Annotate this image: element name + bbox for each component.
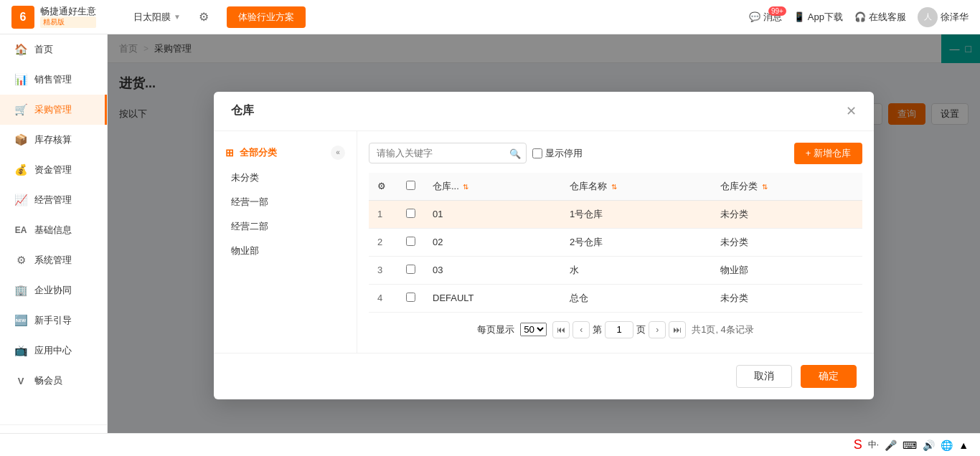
- sidebar-item-member[interactable]: V 畅会员: [0, 366, 107, 396]
- row-num: 3: [369, 256, 397, 284]
- row-num: 2: [369, 228, 397, 256]
- keyboard-icon[interactable]: ⌨: [903, 440, 917, 451]
- row-category: 未分类: [712, 228, 862, 256]
- page-suffix: 页: [636, 323, 646, 336]
- header-settings-btn[interactable]: ⚙: [192, 6, 215, 29]
- row-checkbox[interactable]: [397, 256, 424, 284]
- row-checkbox[interactable]: [397, 228, 424, 256]
- sidebar-item-guide[interactable]: 🆕 新手引导: [0, 305, 107, 336]
- per-page-select[interactable]: 50: [520, 323, 547, 336]
- sougou-icon: S: [854, 437, 862, 452]
- category-header[interactable]: ⊞ 全部分类 «: [214, 140, 357, 166]
- th-category-label: 仓库分类: [720, 181, 758, 191]
- category-item-0[interactable]: 未分类: [214, 166, 357, 190]
- page-total: 共1页, 4条记录: [692, 323, 754, 336]
- sidebar-item-apps[interactable]: 📺 应用中心: [0, 336, 107, 366]
- modal-close-btn[interactable]: ✕: [846, 103, 857, 119]
- row-name: 水: [561, 256, 712, 284]
- sidebar-item-purchase[interactable]: 🛒 采购管理: [0, 95, 107, 125]
- category-item-3[interactable]: 物业部: [214, 239, 357, 263]
- page-prev-btn[interactable]: ‹: [573, 321, 590, 338]
- service-label: 在线客服: [869, 11, 906, 24]
- page-input[interactable]: [605, 321, 633, 338]
- th-settings: ⚙: [369, 173, 397, 201]
- finance-icon: 💰: [14, 163, 27, 176]
- row-checkbox[interactable]: [397, 284, 424, 312]
- row-num: 4: [369, 284, 397, 312]
- headset-icon: 🎧: [854, 11, 866, 22]
- taskbar-icon1[interactable]: 🔊: [923, 440, 935, 451]
- modal-main: 🔍 显示停用 + 新增仓库: [357, 131, 874, 353]
- sidebar: 🏠 首页 📊 销售管理 🛒 采购管理 📦 库存核算 💰 资金管理 📈 经营管理 …: [0, 34, 108, 456]
- sidebar-item-system[interactable]: ⚙ 系统管理: [0, 245, 107, 275]
- th-name[interactable]: 仓库名称 ⇅: [561, 173, 712, 201]
- show-disabled-label: 显示停用: [545, 147, 583, 160]
- service-btn[interactable]: 🎧 在线客服: [854, 11, 906, 24]
- app-logo: 6 畅捷通好生意 精易版: [11, 6, 119, 29]
- message-btn[interactable]: 💬 消息 99+: [749, 11, 782, 24]
- sidebar-item-operations[interactable]: 📈 经营管理: [0, 185, 107, 215]
- category-collapse-btn[interactable]: «: [331, 146, 345, 160]
- category-header-label: 全部分类: [240, 146, 277, 159]
- row-code: 03: [424, 256, 561, 284]
- purchase-icon: 🛒: [14, 103, 27, 116]
- search-input[interactable]: [369, 143, 527, 163]
- zh-input-icon[interactable]: 中·: [868, 439, 879, 451]
- app-label: App下载: [808, 11, 843, 24]
- table-header-row: ⚙ 仓库... ⇅ 仓库名称 ⇅: [369, 173, 862, 201]
- modal-body: ⊞ 全部分类 « 未分类 经营一部 经营二部 物业部: [214, 131, 874, 353]
- sidebar-item-home[interactable]: 🏠 首页: [0, 34, 107, 65]
- table-row[interactable]: 3 03 水 物业部: [369, 256, 862, 284]
- taskbar-icon3[interactable]: ▲: [958, 440, 969, 451]
- row-category: 物业部: [712, 256, 862, 284]
- member-icon: V: [14, 374, 27, 387]
- sidebar-label-operations: 经营管理: [34, 194, 72, 206]
- avatar: 人: [918, 7, 938, 27]
- operations-icon: 📈: [14, 194, 27, 206]
- app-download-btn[interactable]: 📱 App下载: [793, 11, 843, 24]
- company-selector[interactable]: 日太阳膜 ▼: [133, 11, 181, 24]
- cancel-btn[interactable]: 取消: [736, 365, 792, 388]
- table-row[interactable]: 1 01 1号仓库 未分类: [369, 200, 862, 228]
- main-area: 首页 > 采购管理 — □ 进货... 按以下 🖨 打印 ⬆: [108, 34, 980, 456]
- th-name-label: 仓库名称: [570, 181, 607, 191]
- sidebar-item-basic[interactable]: EA 基础信息: [0, 215, 107, 245]
- sort-icon-name: ⇅: [611, 183, 617, 191]
- table-row[interactable]: 4 DEFAULT 总仓 未分类: [369, 284, 862, 312]
- experience-btn[interactable]: 体验行业方案: [227, 6, 306, 28]
- page-next-btn[interactable]: ›: [649, 321, 666, 338]
- category-item-1[interactable]: 经营一部: [214, 190, 357, 214]
- select-all-checkbox[interactable]: [406, 181, 415, 190]
- pagination: 每页显示 50 ⏮ ‹ 第 页 › ⏭: [369, 313, 862, 341]
- modal-header: 仓库 ✕: [214, 92, 874, 131]
- sidebar-label-member: 畅会员: [34, 374, 62, 387]
- row-checkbox[interactable]: [397, 200, 424, 228]
- add-warehouse-btn[interactable]: + 新增仓库: [794, 143, 862, 164]
- th-checkbox: [397, 173, 424, 201]
- sidebar-item-inventory[interactable]: 📦 库存核算: [0, 125, 107, 155]
- sidebar-item-finance[interactable]: 💰 资金管理: [0, 155, 107, 185]
- sidebar-label-sales: 销售管理: [34, 73, 72, 86]
- th-code-label: 仓库...: [433, 181, 459, 191]
- sidebar-item-sales[interactable]: 📊 销售管理: [0, 65, 107, 95]
- sidebar-item-enterprise[interactable]: 🏢 企业协同: [0, 275, 107, 305]
- header-nav: 日太阳膜 ▼ ⚙ 体验行业方案: [119, 6, 749, 29]
- category-item-2[interactable]: 经营二部: [214, 214, 357, 239]
- mic-icon[interactable]: 🎤: [885, 440, 897, 451]
- page-last-btn[interactable]: ⏭: [669, 321, 686, 338]
- mobile-icon: 📱: [793, 11, 805, 22]
- th-category[interactable]: 仓库分类 ⇅: [712, 173, 862, 201]
- row-code: 02: [424, 228, 561, 256]
- th-code[interactable]: 仓库... ⇅: [424, 173, 561, 201]
- confirm-btn[interactable]: 确定: [801, 365, 857, 388]
- table-row[interactable]: 2 02 2号仓库 未分类: [369, 228, 862, 256]
- logo-name: 畅捷通好生意: [40, 6, 96, 17]
- show-disabled-checkbox[interactable]: [532, 148, 542, 158]
- basic-icon: EA: [14, 224, 27, 237]
- page-first-btn[interactable]: ⏮: [552, 321, 570, 338]
- row-name: 2号仓库: [561, 228, 712, 256]
- taskbar-icon2[interactable]: 🌐: [941, 440, 953, 451]
- warehouse-modal: 仓库 ✕ ⊞ 全部分类 « 未分类 经营一部 经营二部: [214, 92, 874, 399]
- search-icon[interactable]: 🔍: [509, 148, 521, 158]
- user-btn[interactable]: 人 徐泽华: [918, 7, 969, 27]
